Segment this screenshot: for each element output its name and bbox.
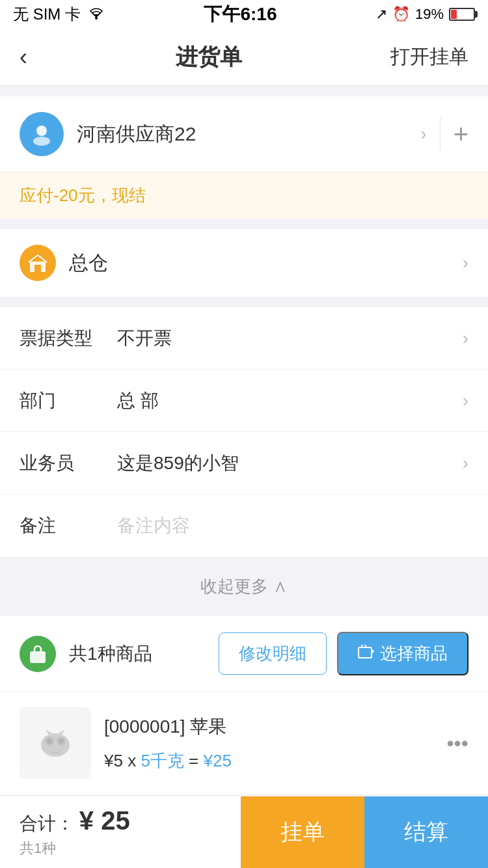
supplier-name: 河南供应商22	[77, 121, 420, 148]
select-product-label: 选择商品	[380, 642, 448, 665]
hang-label: 挂单	[280, 817, 325, 847]
supplier-row[interactable]: 河南供应商22 › +	[0, 96, 488, 172]
ticket-type-row[interactable]: 票据类型 不开票 ›	[0, 307, 488, 370]
battery-icon	[449, 8, 475, 21]
back-button[interactable]: ‹	[20, 44, 27, 71]
svg-point-0	[95, 17, 98, 20]
select-product-button[interactable]: 选择商品	[337, 632, 468, 675]
content: 河南供应商22 › + 应付-20元，现结 总仓 › 票据类型 不开票 › 部门	[0, 96, 488, 868]
collapse-label: 收起更多 ∧	[200, 575, 287, 598]
ticket-type-chevron-icon: ›	[463, 328, 468, 349]
status-bar: 无 SIM 卡 下午6:16 ↗ ⏰ 19%	[0, 0, 488, 29]
svg-point-1	[36, 126, 47, 136]
total-amount: ¥ 25	[79, 806, 130, 835]
total-row: 合计： ¥ 25	[20, 806, 221, 836]
ticket-type-value: 不开票	[104, 326, 463, 351]
product-header: 共1种商品 修改明细 选择商品	[0, 616, 488, 692]
carrier-text: 无 SIM 卡	[13, 4, 81, 25]
warehouse-chevron-icon: ›	[463, 252, 468, 273]
product-code: [0000001]	[104, 716, 190, 737]
divider	[440, 118, 441, 150]
remark-input[interactable]: 备注内容	[104, 513, 468, 538]
svg-point-2	[33, 137, 50, 146]
nav-bar: ‹ 进货单 打开挂单	[0, 29, 488, 86]
unit-price: ¥5 x	[104, 751, 141, 770]
equals: =	[189, 751, 203, 770]
warehouse-name: 总仓	[69, 250, 463, 277]
status-time: 下午6:16	[204, 2, 277, 27]
alarm-icon: ⏰	[392, 6, 410, 23]
warehouse-card[interactable]: 总仓 ›	[0, 229, 488, 297]
line-total: ¥25	[204, 751, 232, 770]
battery-percent: 19%	[415, 6, 444, 23]
svg-rect-4	[34, 265, 41, 272]
svg-rect-5	[30, 651, 46, 663]
quantity: 5千克	[141, 751, 183, 770]
bottom-bar: 合计： ¥ 25 共1种 挂单 结算	[0, 796, 488, 868]
salesperson-row[interactable]: 业务员 这是859的小智 ›	[0, 432, 488, 495]
product-count: 共1种商品	[69, 642, 219, 666]
add-button[interactable]: +	[454, 120, 468, 149]
more-options-button[interactable]: •••	[446, 731, 468, 755]
department-chevron-icon: ›	[463, 390, 468, 411]
notice-bar: 应付-20元，现结	[0, 172, 488, 219]
product-title: 苹果	[190, 716, 226, 737]
notice-text: 应付-20元，现结	[20, 185, 146, 205]
product-thumbnail	[20, 707, 91, 779]
checkout-label: 结算	[404, 817, 448, 847]
supplier-card: 河南供应商22 › + 应付-20元，现结	[0, 96, 488, 219]
product-name: [0000001] 苹果	[104, 714, 446, 739]
salesperson-value: 这是859的小智	[104, 451, 463, 476]
collapse-row[interactable]: 收起更多 ∧	[0, 557, 488, 616]
remark-row[interactable]: 备注 备注内容	[0, 495, 488, 557]
product-bag-icon	[20, 636, 56, 672]
page-title: 进货单	[176, 42, 242, 72]
ticket-type-label: 票据类型	[20, 326, 104, 351]
svg-rect-6	[359, 647, 372, 658]
supplier-chevron-icon: ›	[420, 124, 426, 144]
status-left: 无 SIM 卡	[13, 4, 105, 25]
total-count: 共1种	[20, 839, 221, 858]
department-value: 总 部	[104, 388, 463, 413]
product-item: [0000001] 苹果 ¥5 x 5千克 = ¥25 •••	[0, 692, 488, 794]
product-info: [0000001] 苹果 ¥5 x 5千克 = ¥25	[104, 714, 446, 772]
edit-detail-button[interactable]: 修改明细	[219, 632, 327, 675]
status-right: ↗ ⏰ 19%	[375, 6, 475, 23]
total-section: 合计： ¥ 25 共1种	[0, 806, 241, 858]
department-label: 部门	[20, 388, 104, 413]
products-card: 共1种商品 修改明细 选择商品	[0, 616, 488, 794]
salesperson-chevron-icon: ›	[463, 453, 468, 474]
open-hang-button[interactable]: 打开挂单	[390, 44, 468, 70]
checkout-button[interactable]: 结算	[364, 796, 488, 868]
remark-label: 备注	[20, 513, 104, 538]
supplier-avatar	[20, 112, 64, 156]
salesperson-label: 业务员	[20, 451, 104, 476]
svg-point-11	[59, 739, 64, 744]
wifi-icon	[87, 5, 105, 23]
product-price: ¥5 x 5千克 = ¥25	[104, 750, 446, 772]
svg-point-10	[47, 739, 52, 744]
select-product-icon	[358, 644, 375, 664]
hang-button[interactable]: 挂单	[241, 796, 364, 868]
location-icon: ↗	[375, 6, 387, 23]
warehouse-icon	[20, 245, 56, 281]
department-row[interactable]: 部门 总 部 ›	[0, 370, 488, 432]
total-label: 合计：	[20, 813, 74, 834]
form-card: 票据类型 不开票 › 部门 总 部 › 业务员 这是859的小智 › 备注 备注…	[0, 307, 488, 557]
